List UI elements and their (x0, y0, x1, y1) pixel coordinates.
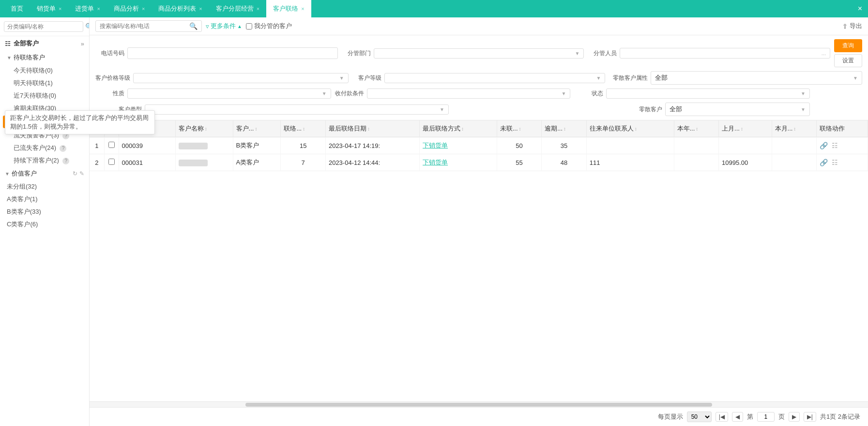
sort-icon[interactable]: ↕ (461, 126, 464, 132)
scrollbar-thumb[interactable] (245, 403, 713, 407)
row-customer-type: A类客户 (233, 154, 281, 171)
export-button[interactable]: ⇧ 导出 (842, 22, 862, 30)
payment-select[interactable]: ▼ (367, 88, 571, 99)
sort-icon[interactable]: ↕ (519, 126, 521, 132)
sidebar-item-today[interactable]: 今天待联络(0) (0, 64, 89, 77)
category-search-input[interactable] (4, 21, 83, 32)
retail-customer-select[interactable]: 全部 ▼ (665, 103, 810, 116)
pending-group-title[interactable]: ▼ 待联络客户 (0, 51, 89, 64)
sidebar-item-class-b[interactable]: B类客户(33) (0, 206, 89, 218)
all-customers-header[interactable]: ☷ 全部客户 » (0, 36, 89, 51)
price-level-select[interactable]: ▼ (133, 73, 349, 83)
customer-level-select[interactable]: ▼ (384, 73, 606, 83)
close-icon[interactable]: × (301, 6, 304, 12)
data-table-container: ⚙ 客户编码↕ 客户名称↕ 客户...↕ (90, 120, 868, 401)
nav-item-home[interactable]: 首页 (4, 0, 30, 17)
grid-action-icon[interactable]: ☷ (832, 142, 838, 149)
page-input[interactable] (757, 412, 775, 422)
dept-select[interactable]: ▼ (374, 48, 584, 59)
sidebar-item-unclassified[interactable]: 未分组(32) (0, 180, 89, 193)
more-conditions-button[interactable]: ▿ 更多条件 ▲ (206, 22, 242, 30)
col-last-contact-date: 最后联络日期↕ (325, 120, 419, 137)
close-all-button[interactable]: × (858, 4, 862, 13)
row-last-contact-method[interactable]: 下销货单 (420, 137, 497, 154)
row-name (175, 154, 233, 171)
sort-icon[interactable]: ↕ (563, 126, 566, 132)
sort-icon[interactable]: ↕ (255, 126, 257, 132)
nav-item-purchase[interactable]: 进货单 × (68, 0, 107, 17)
last-page-button[interactable]: ▶| (804, 412, 816, 422)
phone-input[interactable] (127, 47, 338, 59)
sidebar-item-class-a[interactable]: A类客户(1) (0, 193, 89, 206)
gender-cell: 性质 ▼ (95, 88, 331, 99)
row-last-contact-method[interactable]: 下销货单 (420, 154, 497, 171)
sort-icon[interactable]: ↕ (635, 126, 637, 132)
grid-action-icon[interactable]: ☷ (832, 159, 838, 166)
sort-icon[interactable]: ↕ (303, 126, 305, 132)
row-select-checkbox[interactable] (108, 159, 115, 165)
first-page-button[interactable]: |◀ (716, 412, 728, 422)
row-select-checkbox[interactable] (108, 142, 115, 148)
close-icon[interactable]: × (59, 6, 61, 12)
manager-cell: 分管人员 ... (588, 48, 830, 59)
dept-label: 分管部门 (342, 49, 371, 58)
my-customers-check-input[interactable] (246, 23, 252, 29)
nav-item-sales[interactable]: 销货单 × (30, 0, 68, 17)
value-customers-header[interactable]: ▼ 价值客户 ↻ ✎ (0, 167, 89, 180)
close-icon[interactable]: × (97, 6, 100, 12)
row-code: 000031 (119, 154, 175, 171)
search-input[interactable] (100, 23, 189, 29)
row-checkbox[interactable] (104, 154, 119, 171)
next-page-button[interactable]: ▶ (789, 412, 800, 422)
customer-level-cell: 客户等级 ▼ (352, 73, 606, 83)
search-icon[interactable]: 🔍 (85, 23, 90, 30)
link-action-icon[interactable]: 🔗 (820, 142, 828, 149)
action-icons: 🔗 ☷ (820, 159, 865, 166)
refresh-icon[interactable]: ↻ (73, 170, 77, 177)
filter-row-2: 客户价格等级 ▼ 客户等级 ▼ 零散客户属性 全部 ▼ (95, 71, 862, 85)
retail-attr-label: 零散客户属性 (609, 74, 648, 82)
edit-icon[interactable]: ✎ (79, 170, 84, 177)
sidebar-item-already-lost[interactable]: 已流失客户(24) ? (0, 142, 89, 154)
customer-type-select[interactable]: ▼ (145, 104, 449, 115)
close-icon[interactable]: × (257, 6, 259, 12)
link-action-icon[interactable]: 🔗 (820, 159, 828, 166)
col-this-month: 本月...↕ (772, 120, 817, 137)
sidebar-item-class-c[interactable]: C类客户(6) (0, 218, 89, 231)
prev-page-button[interactable]: ◀ (732, 412, 743, 422)
sort-icon[interactable]: ↕ (205, 126, 207, 132)
tooltip-box: 距客户上次交易时长，超过了此客户的平均交易周期的1.5倍，则视为异常。 (5, 110, 90, 134)
nav-item-customer-tiers[interactable]: 客户分层经营 × (209, 0, 266, 17)
row-checkbox[interactable] (104, 137, 119, 154)
my-customers-checkbox[interactable]: 我分管的客户 (246, 22, 292, 30)
page-label: 第 (747, 412, 753, 421)
per-page-select[interactable]: 50 20 100 (687, 411, 712, 422)
close-icon[interactable]: × (199, 6, 202, 12)
sidebar-item-7days[interactable]: 近7天待联络(0) (0, 89, 89, 102)
ellipsis-icon: ... (822, 50, 826, 56)
status-select[interactable]: ▼ (606, 88, 810, 99)
sort-icon[interactable]: ↕ (741, 126, 743, 132)
close-icon[interactable]: × (142, 6, 145, 12)
pagination-bar: 每页显示 50 20 100 |◀ ◀ 第 页 ▶ ▶| 共1页 2条记录 (90, 407, 868, 426)
gender-select[interactable]: ▼ (127, 88, 331, 99)
settings-button[interactable]: 设置 (834, 54, 862, 67)
sidebar: 🔍 ☷ 全部客户 » ▼ 待联络客户 今天待联络(0) 明天待联络(1) 近7天… (0, 17, 90, 426)
nav-item-customer-contact[interactable]: 客户联络 × (266, 0, 311, 17)
sort-icon[interactable]: ↕ (696, 126, 698, 132)
col-customer-type: 客户...↕ (233, 120, 281, 137)
search-icon[interactable]: 🔍 (189, 22, 198, 30)
nav-item-product-list[interactable]: 商品分析列表 × (152, 0, 209, 17)
row-actions: 🔗 ☷ (817, 137, 868, 154)
horizontal-scrollbar[interactable] (90, 401, 868, 407)
query-button[interactable]: 查询 (834, 39, 862, 52)
sidebar-item-declining[interactable]: 持续下滑客户(2) ? (0, 154, 89, 167)
collapse-icon[interactable]: » (81, 40, 84, 47)
sidebar-item-tomorrow[interactable]: 明天待联络(1) (0, 77, 89, 89)
page-label-end: 页 (778, 412, 785, 421)
sort-icon[interactable]: ↕ (793, 126, 796, 132)
retail-attr-select[interactable]: 全部 ▼ (651, 71, 862, 85)
manager-select[interactable]: ... (620, 48, 830, 59)
nav-item-product-analysis[interactable]: 商品分析 × (107, 0, 152, 17)
sort-icon[interactable]: ↕ (367, 126, 370, 132)
